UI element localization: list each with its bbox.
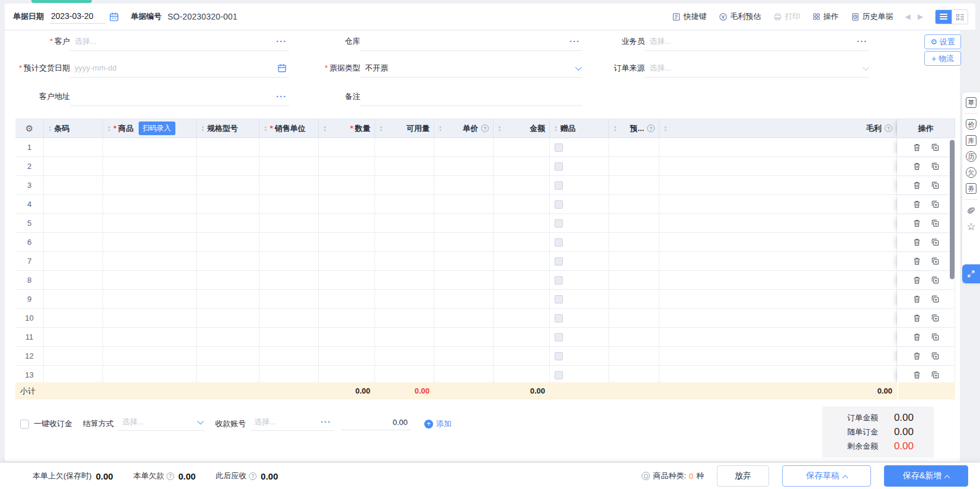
cell-available[interactable] (375, 252, 434, 271)
delete-row-icon[interactable] (912, 219, 921, 228)
cell-barcode[interactable] (44, 214, 103, 233)
salesman-more-icon[interactable] (857, 39, 867, 44)
expand-icon[interactable] (962, 264, 980, 283)
cell-gift[interactable] (550, 157, 609, 176)
save-draft-button[interactable]: 保存草稿 (782, 465, 871, 487)
cell-barcode[interactable] (44, 290, 103, 309)
calendar-icon[interactable] (109, 12, 119, 22)
cell-estimate[interactable] (609, 176, 659, 195)
cell-profit[interactable] (659, 195, 897, 214)
copy-row-icon[interactable] (931, 219, 940, 228)
cell-spec[interactable] (197, 233, 260, 252)
cell-unit[interactable] (260, 233, 319, 252)
cell-profit[interactable] (659, 347, 897, 366)
cell-estimate[interactable] (609, 366, 659, 382)
delete-row-icon[interactable] (912, 351, 921, 360)
cell-spec[interactable] (197, 328, 260, 347)
delete-row-icon[interactable] (912, 276, 921, 285)
cell-profit[interactable] (659, 157, 897, 176)
cell-barcode[interactable] (44, 271, 103, 290)
cell-available[interactable] (375, 347, 434, 366)
delete-row-icon[interactable] (912, 257, 921, 266)
cell-unit[interactable] (260, 347, 319, 366)
cell-gift[interactable] (550, 271, 609, 290)
cell-amount[interactable] (494, 176, 550, 195)
delete-row-icon[interactable] (912, 162, 921, 171)
calendar-icon[interactable] (277, 63, 287, 73)
delete-row-icon[interactable] (912, 181, 921, 190)
cell-product[interactable] (103, 366, 197, 382)
cell-product[interactable] (103, 233, 197, 252)
cell-gift[interactable] (550, 366, 609, 382)
gift-checkbox[interactable] (555, 200, 563, 209)
quick-deposit-checkbox[interactable] (20, 420, 29, 429)
cell-profit[interactable] (659, 328, 897, 347)
sort-icon[interactable] (438, 125, 442, 131)
remark-field[interactable] (360, 91, 582, 106)
cell-profit[interactable] (659, 176, 897, 195)
copy-row-icon[interactable] (931, 257, 940, 266)
cell-amount[interactable] (494, 366, 550, 382)
cell-unit[interactable] (260, 252, 319, 271)
gift-checkbox[interactable] (555, 371, 563, 379)
cell-spec[interactable] (197, 138, 260, 157)
gift-checkbox[interactable] (555, 333, 563, 341)
cell-qty[interactable] (319, 138, 375, 157)
warehouse-field[interactable] (360, 36, 582, 51)
scan-entry-button[interactable]: 扫码录入 (139, 122, 175, 135)
cell-available[interactable] (375, 290, 434, 309)
cell-price[interactable] (434, 347, 494, 366)
cell-profit[interactable] (659, 271, 897, 290)
cell-profit[interactable] (659, 138, 897, 157)
cell-available[interactable] (375, 233, 434, 252)
cell-spec[interactable] (197, 176, 260, 195)
cell-estimate[interactable] (609, 290, 659, 309)
warehouse-more-icon[interactable] (569, 39, 580, 44)
cell-price[interactable] (434, 214, 494, 233)
copy-row-icon[interactable] (931, 200, 940, 209)
sort-icon[interactable] (107, 125, 111, 131)
cell-gift[interactable] (550, 176, 609, 195)
cell-amount[interactable] (494, 252, 550, 271)
cell-barcode[interactable] (44, 233, 103, 252)
cell-barcode[interactable] (44, 366, 103, 382)
cell-estimate[interactable] (609, 138, 659, 157)
cell-unit[interactable] (260, 157, 319, 176)
cell-amount[interactable] (494, 290, 550, 309)
cell-gift[interactable] (550, 290, 609, 309)
cell-gift[interactable] (550, 347, 609, 366)
delete-row-icon[interactable] (912, 333, 921, 341)
cell-amount[interactable] (494, 347, 550, 366)
delete-row-icon[interactable] (912, 295, 921, 303)
cell-barcode[interactable] (44, 195, 103, 214)
cell-profit[interactable] (659, 366, 897, 382)
cell-qty[interactable] (319, 328, 375, 347)
info-icon[interactable] (647, 124, 655, 132)
cell-unit[interactable] (260, 138, 319, 157)
print-button[interactable]: 打印 (773, 11, 800, 22)
cell-spec[interactable] (197, 157, 260, 176)
gift-checkbox[interactable] (555, 162, 563, 171)
cell-estimate[interactable] (609, 252, 659, 271)
date-field[interactable]: 2023-03-20 (50, 9, 105, 24)
cell-amount[interactable] (494, 195, 550, 214)
cell-available[interactable] (375, 195, 434, 214)
cell-estimate[interactable] (609, 214, 659, 233)
cell-qty[interactable] (319, 195, 375, 214)
cell-gift[interactable] (550, 195, 609, 214)
cell-gift[interactable] (550, 252, 609, 271)
cell-available[interactable] (375, 271, 434, 290)
next-doc-arrow-icon[interactable]: ▶ (918, 12, 923, 21)
cell-profit[interactable] (659, 252, 897, 271)
salesman-field[interactable]: 选择... (645, 36, 870, 51)
column-settings-icon[interactable]: ⚙ (25, 123, 33, 134)
cell-product[interactable] (103, 138, 197, 157)
cell-gift[interactable] (550, 233, 609, 252)
cell-product[interactable] (103, 195, 197, 214)
cell-amount[interactable] (494, 233, 550, 252)
prev-doc-arrow-icon[interactable]: ◀ (905, 12, 911, 21)
cell-qty[interactable] (319, 309, 375, 328)
add-payment-button[interactable]: + 添加 (424, 418, 451, 429)
cell-unit[interactable] (260, 290, 319, 309)
copy-row-icon[interactable] (931, 370, 940, 379)
